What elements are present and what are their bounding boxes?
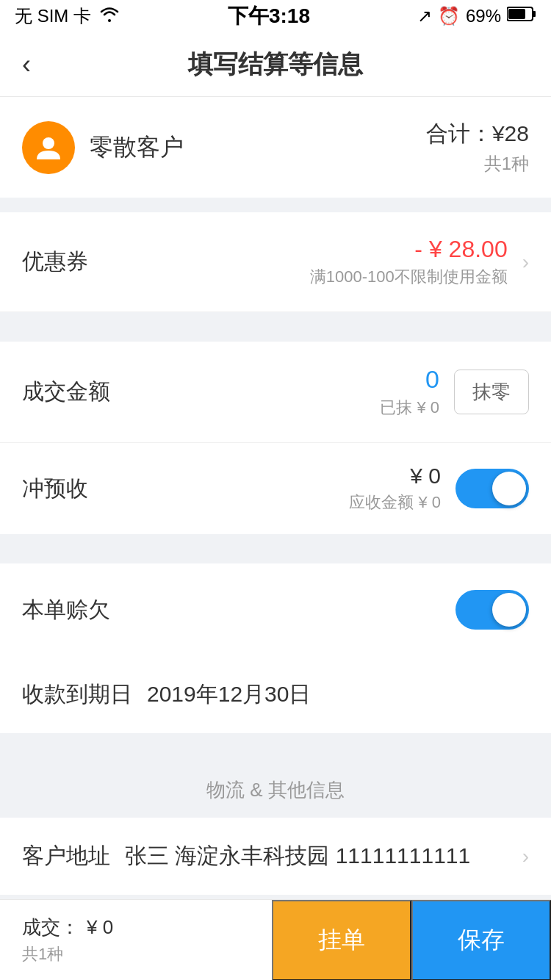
coupon-value-block: - ¥ 28.00 满1000-100不限制使用金额 [310,236,508,288]
total-amount: 合计：¥28 [426,119,529,149]
coupon-card[interactable]: 优惠券 - ¥ 28.00 满1000-100不限制使用金额 › [0,212,551,312]
due-date-value[interactable]: 2019年12月30日 [147,680,311,710]
transaction-card: 成交金额 0 已抹 ¥ 0 抹零 冲预收 ¥ 0 应收金额 ¥ 0 [0,342,551,534]
debt-toggle[interactable] [455,590,529,630]
bottom-info: 成交： ¥ 0 共1种 [0,915,272,965]
prepayment-receivable: 应收金额 ¥ 0 [349,491,441,514]
address-row[interactable]: 客户地址 张三 海淀永丰科技园 11111111111 › [0,818,551,895]
divider-1 [0,327,551,342]
address-chevron-icon: › [522,845,529,868]
transaction-row: 成交金额 0 已抹 ¥ 0 抹零 [0,342,551,443]
prepayment-toggle[interactable] [455,469,529,508]
address-value: 张三 海淀永丰科技园 11111111111 [125,841,522,871]
location-icon: ↗ [417,6,432,26]
customer-total: 合计：¥28 共1种 [426,119,529,176]
debt-card: 本单赊欠 收款到期日 2019年12月30日 [0,563,551,733]
coupon-desc: 满1000-100不限制使用金额 [310,266,508,288]
logistics-title: 物流 & 其他信息 [206,779,345,801]
amount-input-area: 0 已抹 ¥ 0 [380,365,439,419]
customer-card: 零散客户 合计：¥28 共1种 [0,97,551,198]
prepayment-amount: ¥ 0 [349,464,441,489]
debt-label: 本单赊欠 [22,595,110,625]
avatar [22,121,75,174]
prepayment-label: 冲预收 [22,474,88,504]
svg-rect-2 [508,9,525,19]
battery-text: 69% [466,6,501,26]
coupon-discount: - ¥ 28.00 [310,236,508,263]
prepayment-right: ¥ 0 应收金额 ¥ 0 [349,464,529,514]
logistics-header: 物流 & 其他信息 [0,763,551,818]
battery-icon [507,6,536,26]
alarm-icon: ⏰ [438,6,460,26]
svg-rect-1 [533,11,536,17]
bottom-count: 共1种 [22,943,250,965]
total-count: 共1种 [426,152,529,176]
amount-deducted: 已抹 ¥ 0 [380,397,439,419]
wifi-icon [98,6,120,26]
due-date-row: 收款到期日 2019年12月30日 [0,656,551,733]
customer-left: 零散客户 [22,121,184,174]
bottom-deal: 成交： ¥ 0 [22,915,250,940]
svg-point-3 [43,137,54,149]
customer-row: 零散客户 合计：¥28 共1种 [0,97,551,198]
save-button[interactable]: 保存 [411,900,551,981]
toggle-knob [492,472,526,505]
back-button[interactable]: ‹ [22,49,31,80]
coupon-right: - ¥ 28.00 满1000-100不限制使用金额 › [310,236,529,288]
transaction-label: 成交金额 [22,377,110,407]
due-date-label: 收款到期日 [22,680,132,710]
bottom-bar: 成交： ¥ 0 共1种 挂单 保存 [0,899,551,980]
round-button[interactable]: 抹零 [454,370,529,414]
status-bar: 无 SIM 卡 下午3:18 ↗ ⏰ 69% [0,0,551,32]
customer-name: 零散客户 [90,131,184,164]
debt-row: 本单赊欠 [0,563,551,656]
coupon-row[interactable]: 优惠券 - ¥ 28.00 满1000-100不限制使用金额 › [0,212,551,312]
bottom-deal-amount: ¥ 0 [87,916,113,939]
address-label: 客户地址 [22,841,110,871]
page-title: 填写结算等信息 [188,48,363,82]
status-left: 无 SIM 卡 [15,4,120,28]
sim-status: 无 SIM 卡 [15,4,91,28]
coupon-chevron-icon: › [522,251,529,274]
divider-2 [0,549,551,563]
hold-button[interactable]: 挂单 [272,900,411,981]
address-card[interactable]: 客户地址 张三 海淀永丰科技园 11111111111 › [0,818,551,895]
prepayment-values: ¥ 0 应收金额 ¥ 0 [349,464,441,514]
bottom-deal-label: 成交： [22,915,79,940]
coupon-label: 优惠券 [22,247,88,277]
content: 零散客户 合计：¥28 共1种 优惠券 - ¥ 28.00 满1000-100不… [0,97,551,980]
nav-bar: ‹ 填写结算等信息 [0,32,551,97]
transaction-right: 0 已抹 ¥ 0 抹零 [380,365,529,419]
prepayment-row: 冲预收 ¥ 0 应收金额 ¥ 0 [0,443,551,534]
transaction-value[interactable]: 0 [380,365,439,394]
status-time: 下午3:18 [228,2,310,30]
status-right: ↗ ⏰ 69% [417,6,536,26]
debt-toggle-knob [492,593,526,627]
divider-3 [0,748,551,763]
